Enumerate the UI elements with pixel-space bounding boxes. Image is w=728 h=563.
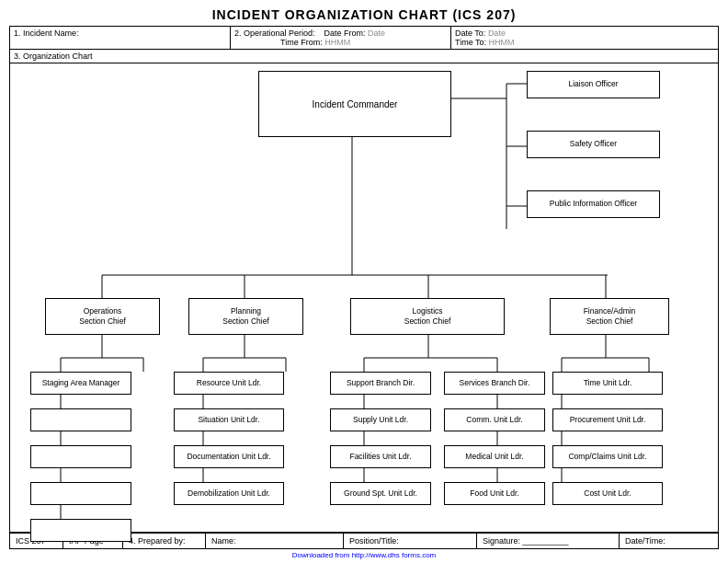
food-unit-ldr-box: Food Unit Ldr. xyxy=(444,482,545,505)
finance-admin-section-chief-box: Finance/Admin Section Chief xyxy=(550,298,669,335)
documentation-unit-ldr-box: Documentation Unit Ldr. xyxy=(174,445,284,468)
services-branch-dir-box: Services Branch Dir. xyxy=(444,372,545,395)
resource-unit-ldr-box: Resource Unit Ldr. xyxy=(174,372,284,395)
situation-unit-ldr-box: Situation Unit Ldr. xyxy=(174,408,284,431)
time-from-label: Time From: xyxy=(234,38,323,47)
facilities-unit-ldr-box: Facilities Unit Ldr. xyxy=(330,445,431,468)
planning-section-chief-box: Planning Section Chief xyxy=(188,298,303,335)
ops-empty4 xyxy=(30,519,131,542)
download-note: Downloaded from http://www.dhs forms.com xyxy=(9,551,719,559)
date-from-label: Date From: xyxy=(324,29,366,38)
operations-section-chief-box: Operations Section Chief xyxy=(45,298,160,335)
position-title-field: Position/Title: xyxy=(344,534,477,548)
support-branch-dir-box: Support Branch Dir. xyxy=(330,372,431,395)
org-chart-label: 3. Organization Chart xyxy=(9,49,719,63)
cost-unit-ldr-box: Cost Unit Ldr. xyxy=(552,482,663,505)
date-to-field: Date To: Date Time To: HHMM xyxy=(451,27,635,49)
date-to-val: Date xyxy=(488,29,506,38)
demobilization-unit-ldr-box: Demobilization Unit Ldr. xyxy=(174,482,284,505)
time-from-val: HHMM xyxy=(324,38,350,47)
ground-spt-unit-ldr-box: Ground Spt. Unit Ldr. xyxy=(330,482,431,505)
page-title: INCIDENT ORGANIZATION CHART (ICS 207) xyxy=(9,7,719,22)
time-unit-ldr-box: Time Unit Ldr. xyxy=(552,372,663,395)
ops-empty3 xyxy=(30,482,131,505)
prepared-by-label: 4. Prepared by: xyxy=(123,534,206,548)
op-period-label: 2. Operational Period: xyxy=(234,29,315,38)
supply-unit-ldr-box: Supply Unit Ldr. xyxy=(330,408,431,431)
logistics-section-chief-box: Logistics Section Chief xyxy=(350,298,505,335)
date-from-val: Date xyxy=(368,29,385,38)
comm-unit-ldr-box: Comm. Unit Ldr. xyxy=(444,408,545,431)
procurement-unit-ldr-box: Procurement Unit Ldr. xyxy=(552,408,663,431)
liaison-officer-box: Liaison Officer xyxy=(527,71,660,98)
medical-unit-ldr-box: Medical Unit Ldr. xyxy=(444,445,545,468)
public-information-officer-box: Public Information Officer xyxy=(527,190,660,218)
time-to-label: Time To: xyxy=(455,38,486,47)
comp-claims-unit-ldr-box: Comp/Claims Unit Ldr. xyxy=(552,445,663,468)
signature-field: Signature: __________ xyxy=(477,534,620,548)
incident-name-field: 1. Incident Name: xyxy=(10,27,231,49)
ops-empty1 xyxy=(30,408,131,431)
name-field: Name: xyxy=(206,534,344,548)
incident-commander-box: Incident Commander xyxy=(258,71,451,137)
safety-officer-box: Safety Officer xyxy=(527,131,660,158)
date-to-label: Date To: xyxy=(455,29,485,38)
operational-period-field: 2. Operational Period: Date From: Date T… xyxy=(231,27,451,49)
time-to-val: HHMM xyxy=(489,38,515,47)
date-time-field: Date/Time: xyxy=(620,534,718,548)
ops-empty2 xyxy=(30,445,131,468)
staging-area-manager-box: Staging Area Manager xyxy=(30,372,131,395)
org-chart-area: Incident Commander Liaison Officer Safet… xyxy=(9,63,719,533)
